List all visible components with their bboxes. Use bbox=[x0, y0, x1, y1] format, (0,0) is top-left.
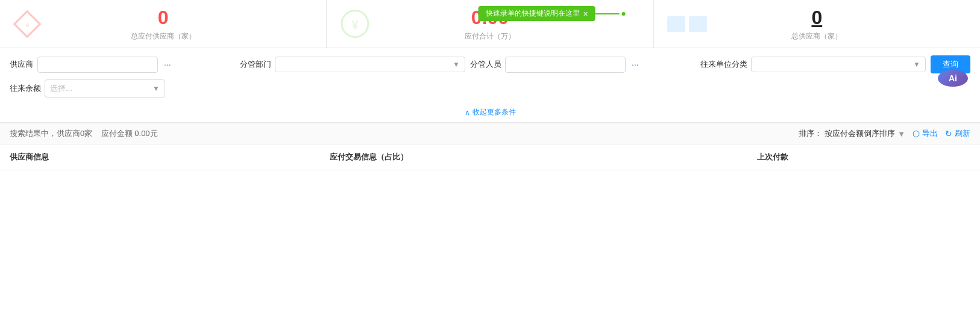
tooltip-dot bbox=[621, 11, 627, 17]
shortcut-tooltip: 快速录单的快捷键说明在这里 × bbox=[479, 6, 595, 21]
collapse-label: 收起更多条件 bbox=[473, 107, 516, 117]
refresh-label: 刷新 bbox=[955, 128, 970, 139]
sort-arrow-icon: ▼ bbox=[897, 129, 905, 138]
stat-total-payable-suppliers: ⬦ 0 总应付供应商（家） bbox=[0, 0, 327, 48]
dept-arrow-icon: ▼ bbox=[453, 60, 460, 69]
export-icon: ⬡ bbox=[912, 129, 920, 138]
search-row-2: 往来余额 选择... ▼ bbox=[10, 79, 970, 98]
balance-field: 往来余额 选择... ▼ bbox=[10, 79, 203, 98]
person-label: 分管人员 bbox=[470, 59, 501, 70]
supplier-ellipsis-btn[interactable]: ··· bbox=[162, 60, 174, 69]
result-bar: 搜索结果中，供应商0家 应付金额 0.00元 排序： 按应付会额倒序排序 ▼ ⬡… bbox=[0, 123, 980, 144]
ai-badge-button[interactable]: Ai bbox=[938, 70, 968, 87]
category-dropdown[interactable]: ▼ bbox=[751, 57, 926, 72]
svg-rect-4 bbox=[667, 16, 685, 32]
tooltip-text: 快速录单的快捷键说明在这里 bbox=[486, 8, 580, 19]
balance-placeholder: 选择... bbox=[50, 83, 72, 94]
table-section: 供应商信息 应付交易信息（占比） 上次付款 bbox=[0, 144, 980, 310]
export-button[interactable]: ⬡ 导出 bbox=[912, 128, 938, 139]
stat-total-payable-amount-label: 应付合计（万） bbox=[465, 31, 515, 42]
diamond-logo-icon: ⬦ bbox=[12, 9, 42, 39]
tooltip-close-btn[interactable]: × bbox=[583, 10, 588, 18]
export-label: 导出 bbox=[922, 128, 938, 139]
refresh-icon: ↻ bbox=[945, 129, 952, 138]
stat-total-payable-amount: ¥ 0.00 应付合计（万） 快速录单的快捷键说明在这里 × bbox=[327, 0, 653, 48]
col-header-transaction: 应付交易信息（占比） bbox=[330, 152, 756, 163]
sort-value: 按应付会额倒序排序 bbox=[825, 128, 895, 139]
person-input[interactable] bbox=[505, 57, 626, 73]
category-arrow-icon: ▼ bbox=[913, 60, 920, 69]
result-summary: 搜索结果中，供应商0家 应付金额 0.00元 bbox=[10, 128, 158, 139]
stat-total-suppliers-label: 总供应商（家） bbox=[791, 31, 842, 42]
suppliers-icon bbox=[666, 15, 708, 33]
svg-text:⬦: ⬦ bbox=[25, 19, 30, 29]
search-row-1: 供应商 ··· 分管部门 ▼ 分管人员 ··· 往来单位分类 ▼ bbox=[10, 55, 970, 73]
person-ellipsis-btn[interactable]: ··· bbox=[629, 60, 641, 69]
search-section: 供应商 ··· 分管部门 ▼ 分管人员 ··· 往来单位分类 ▼ bbox=[0, 48, 980, 123]
stat-total-payable-suppliers-value: 0 bbox=[158, 6, 169, 29]
dept-field: 分管部门 ▼ bbox=[240, 57, 465, 72]
balance-arrow-icon: ▼ bbox=[152, 84, 160, 93]
svg-rect-5 bbox=[689, 16, 707, 32]
balance-label: 往来余额 bbox=[10, 83, 41, 94]
stat-total-payable-suppliers-label: 总应付供应商（家） bbox=[131, 31, 196, 42]
stat-total-suppliers: 0 总供应商（家） bbox=[654, 0, 980, 48]
dept-label: 分管部门 bbox=[240, 59, 271, 70]
dept-dropdown[interactable]: ▼ bbox=[275, 57, 465, 72]
col-header-supplier: 供应商信息 bbox=[10, 152, 330, 163]
stat-total-suppliers-value: 0 bbox=[811, 6, 822, 29]
category-field: 往来单位分类 ▼ bbox=[700, 57, 926, 72]
supplier-field: 供应商 ··· bbox=[10, 57, 235, 73]
table-header: 供应商信息 应付交易信息（占比） 上次付款 bbox=[0, 144, 980, 170]
col-header-lastpay: 上次付款 bbox=[757, 152, 970, 163]
coins-icon: ¥ bbox=[339, 7, 372, 40]
collapse-bar[interactable]: ∧ 收起更多条件 bbox=[10, 104, 970, 122]
sort-label: 排序： bbox=[799, 128, 822, 139]
supplier-input[interactable] bbox=[37, 57, 158, 73]
collapse-chevron-icon: ∧ bbox=[465, 108, 470, 117]
refresh-button[interactable]: ↻ 刷新 bbox=[945, 128, 970, 139]
top-stats-bar: ⬦ 0 总应付供应商（家） ¥ 0.00 应付合计（万） 快速录单的快捷键说明在… bbox=[0, 0, 980, 48]
result-amount: 应付金额 0.00元 bbox=[101, 129, 158, 138]
person-field: 分管人员 ··· bbox=[470, 57, 696, 73]
sort-button[interactable]: 排序： 按应付会额倒序排序 ▼ bbox=[799, 128, 905, 139]
balance-dropdown[interactable]: 选择... ▼ bbox=[45, 79, 165, 98]
result-bar-right: 排序： 按应付会额倒序排序 ▼ ⬡ 导出 ↻ 刷新 bbox=[799, 128, 970, 139]
table-body bbox=[0, 170, 980, 310]
svg-text:¥: ¥ bbox=[351, 17, 359, 31]
category-label: 往来单位分类 bbox=[700, 59, 747, 70]
result-text: 搜索结果中，供应商0家 bbox=[10, 129, 92, 138]
supplier-label: 供应商 bbox=[10, 59, 34, 70]
